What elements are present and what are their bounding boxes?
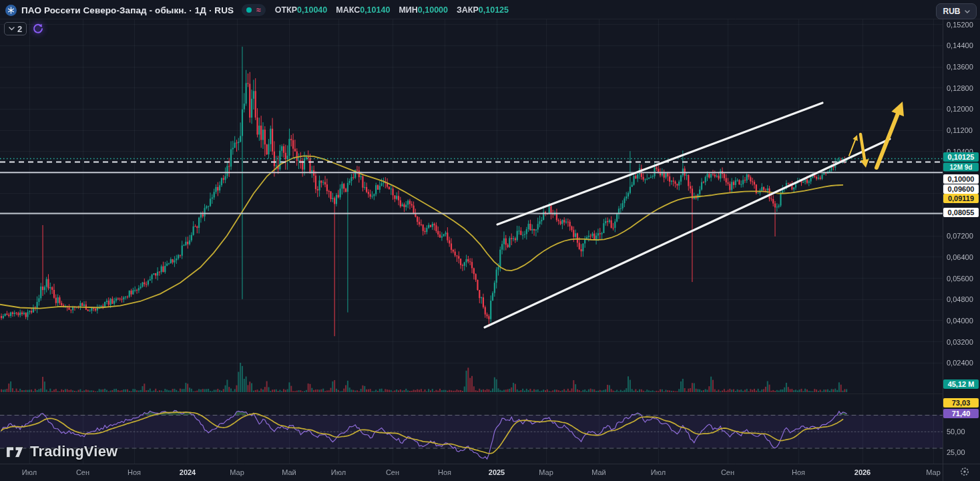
price-tick-label: 0,06400 <box>947 253 973 261</box>
time-tick-label: Июл <box>22 468 37 476</box>
axis-settings-gear-icon[interactable] <box>959 466 970 477</box>
time-tick-label: Май <box>282 468 296 476</box>
time-tick-label: Ноя <box>438 468 451 476</box>
price-tick-label: 0,04000 <box>947 317 973 325</box>
price-tick-label: 0,04800 <box>947 295 973 303</box>
time-tick-label: 2024 <box>180 468 196 476</box>
time-tick-label: Ноя <box>792 468 805 476</box>
time-tick-label: Май <box>591 468 606 476</box>
chart-legend: ПАО Россети Северо-Запад - обыкн. · 1Д ·… <box>0 0 980 20</box>
countdown-label: 12M 9d <box>943 163 979 172</box>
price-tick-label: 0,12000 <box>947 105 973 113</box>
chevron-down-icon <box>965 10 970 13</box>
time-tick-label: Июл <box>331 468 346 476</box>
ohlc-value: 0,10140 <box>360 5 390 15</box>
time-tick-label: Мар <box>926 468 941 476</box>
currency-button[interactable]: RUB <box>936 3 977 19</box>
ma-value-label: 0,09119 <box>943 194 979 203</box>
ohlc-open: ОТКР0,10040 <box>275 5 328 15</box>
ohlc-value: 0,10000 <box>418 5 448 15</box>
price-tick-label: 50,00 <box>947 428 965 436</box>
tradingview-logo-icon <box>5 443 25 460</box>
time-tick-label: Сен <box>386 468 399 476</box>
volume-value-label: 45,12 M <box>943 379 979 389</box>
object-count-label: 2 <box>17 24 22 34</box>
rsi-value-label: 71,40 <box>943 409 979 418</box>
price-tick-label: 0,05600 <box>947 275 973 283</box>
last-price-label: 0,10125 <box>943 152 979 162</box>
object-tree-count-button[interactable]: 2 <box>4 22 27 35</box>
time-tick-label: Сен <box>76 468 89 476</box>
price-tick-label: 0,11200 <box>947 126 973 134</box>
instrument-logo-icon <box>5 5 17 16</box>
currency-label: RUB <box>943 7 961 16</box>
approx-icon: ≈ <box>256 6 261 14</box>
price-tick-label: 0,07200 <box>947 232 973 240</box>
price-tick-label: 0,12800 <box>947 84 973 92</box>
ohlc-high: МАКС0,10140 <box>336 5 390 15</box>
ohlc-label: МАКС <box>336 5 360 15</box>
rsi-ma-value-label: 73,03 <box>943 398 979 408</box>
watermark-label: TradingView <box>30 443 117 460</box>
price-tick-label: 0,14400 <box>947 41 973 49</box>
ohlc-label: ОТКР <box>275 5 297 15</box>
level-008055-label: 0,08055 <box>943 208 979 217</box>
time-tick-label: 2025 <box>489 468 505 476</box>
legend-source-toggle[interactable]: ≈ <box>242 4 266 16</box>
time-tick-label: Ноя <box>128 468 141 476</box>
chart-canvas[interactable] <box>0 0 980 481</box>
refresh-icon[interactable] <box>32 23 44 35</box>
price-tick-label: 0,03200 <box>947 338 973 346</box>
ohlc-value: 0,10040 <box>297 5 327 15</box>
ohlc-value: 0,10125 <box>479 5 509 15</box>
price-tick-label: 0,15200 <box>947 21 973 29</box>
ohlc-low: МИН0,10000 <box>399 5 448 15</box>
time-tick-label: Июл <box>651 468 666 476</box>
price-tick-label: 0,02400 <box>947 359 973 367</box>
time-tick-label: Сен <box>721 468 734 476</box>
level-009600-label: 0,09600 <box>943 184 979 194</box>
price-tick-label: 0,13600 <box>947 63 973 71</box>
chevron-down-icon <box>9 27 15 31</box>
ohlc-label: ЗАКР <box>457 5 479 15</box>
tradingview-chart-app: ПАО Россети Северо-Запад - обыкн. · 1Д ·… <box>0 0 980 481</box>
price-tick-label: 25,00 <box>947 448 965 456</box>
time-tick-label: Мар <box>539 468 553 476</box>
time-tick-label: 2026 <box>854 468 871 476</box>
level-010000-label: 0,10000 <box>943 174 979 184</box>
tradingview-watermark[interactable]: TradingView <box>5 443 117 460</box>
ohlc-label: МИН <box>399 5 417 15</box>
ohlc-readout: ОТКР0,10040МАКС0,10140МИН0,10000ЗАКР0,10… <box>275 5 517 15</box>
ohlc-close: ЗАКР0,10125 <box>457 5 509 15</box>
instrument-title[interactable]: ПАО Россети Северо-Запад - обыкн. · 1Д ·… <box>21 5 234 15</box>
status-dot-icon <box>246 7 252 13</box>
time-tick-label: Мар <box>230 468 244 476</box>
